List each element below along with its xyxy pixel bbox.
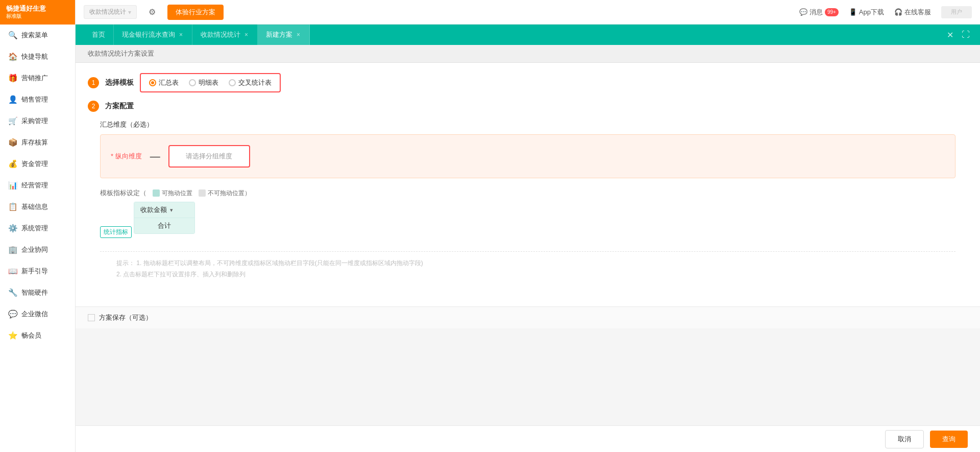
sidebar-logo: 畅捷通好生意 标准版 — [0, 0, 75, 25]
radio-cross-label: 交叉统计表 — [238, 78, 272, 87]
tip-line2: 2. 点击标题栏下拉可设置排序、插入列和删除列 — [100, 269, 955, 280]
sidebar-item-label: 库存核算 — [21, 138, 48, 147]
legend-draggable-label: 可拖动位置 — [162, 189, 192, 198]
sales-icon: 👤 — [8, 95, 17, 104]
sidebar-item-marketing[interactable]: 🎁 营销推广 — [0, 67, 75, 89]
sidebar-item-label: 资金管理 — [21, 159, 48, 169]
app-download-btn[interactable]: 📱 App下载 — [849, 8, 884, 17]
tab-bar: 首页 现金银行流水查询 × 收款情况统计 × 新建方案 × ✕ ⛶ — [76, 25, 980, 45]
radio-summary[interactable]: 汇总表 — [149, 78, 179, 87]
sidebar-item-sales[interactable]: 👤 销售管理 — [0, 89, 75, 110]
tab-home[interactable]: 首页 — [84, 25, 114, 45]
dimension-row: * 纵向维度 — 请选择分组维度 — [111, 145, 945, 168]
industry-btn[interactable]: 体验行业方案 — [167, 5, 224, 20]
stats-column-label: 收款金额 — [140, 205, 167, 215]
cancel-button[interactable]: 取消 — [885, 430, 924, 448]
sidebar-item-search-menu[interactable]: 🔍 搜索菜单 — [0, 25, 75, 46]
sidebar-item-quick-nav[interactable]: 🏠 快捷导航 — [0, 46, 75, 67]
tab-new-plan-label: 新建方案 — [266, 30, 292, 39]
sidebar-item-label: 搜索菜单 — [21, 31, 48, 40]
radio-cross[interactable]: 交叉统计表 — [229, 78, 272, 87]
tab-collection-stats-close-icon[interactable]: × — [243, 31, 249, 38]
sidebar-logo-name: 畅捷通好生意 — [6, 5, 46, 13]
dimension-selector[interactable]: 请选择分组维度 — [168, 145, 250, 168]
content-inner: 收款情况统计方案设置 1 选择模板 汇总表 明细表 — [76, 45, 980, 359]
save-checkbox[interactable] — [88, 314, 95, 321]
message-label: 消息 — [810, 8, 823, 17]
tab-bank-flow[interactable]: 现金银行流水查询 × — [114, 25, 192, 45]
tab-new-plan[interactable]: 新建方案 × — [258, 25, 310, 45]
quick-nav-icon: 🏠 — [8, 52, 17, 61]
stats-table-header[interactable]: 收款金额 ▾ — [134, 202, 194, 218]
indicators-section: 模板指标设定（ 可拖动位置 不可拖动位置） 统计指标 — [100, 188, 955, 241]
message-btn[interactable]: 💬 消息 99+ — [799, 8, 839, 17]
sidebar-item-label: 畅会员 — [21, 331, 41, 340]
sidebar-item-member[interactable]: ⭐ 畅会员 — [0, 325, 75, 346]
indicators-header: 模板指标设定（ 可拖动位置 不可拖动位置） — [100, 188, 955, 198]
tab-new-plan-close-icon[interactable]: × — [296, 31, 301, 38]
tips-section: 提示： 1. 拖动标题栏可以调整布局，不可跨维度或指标区域拖动栏目字段(只能在同… — [100, 251, 955, 286]
header-right: 💬 消息 99+ 📱 App下载 🎧 在线客服 用户 — [799, 6, 972, 18]
breadcrumb: 收款情况统计 ▾ — [84, 5, 137, 19]
inventory-icon: 📦 — [8, 138, 17, 147]
user-avatar[interactable]: 用户 — [941, 6, 972, 18]
tab-collection-stats-label: 收款情况统计 — [201, 30, 240, 39]
sidebar-item-basic-info[interactable]: 📋 基础信息 — [0, 196, 75, 218]
stats-table-cell: 合计 — [134, 218, 194, 233]
marketing-icon: 🎁 — [8, 74, 17, 83]
sidebar-item-finance[interactable]: 💰 资金管理 — [0, 153, 75, 175]
sidebar-item-label: 基础信息 — [21, 202, 48, 211]
sidebar-item-wechat[interactable]: 💬 企业微信 — [0, 303, 75, 325]
settings-icon[interactable]: ⚙ — [145, 5, 159, 19]
online-service-btn[interactable]: 🎧 在线客服 — [894, 8, 931, 17]
sidebar-item-label: 销售管理 — [21, 95, 48, 104]
sidebar-item-guide[interactable]: 📖 新手引导 — [0, 260, 75, 282]
sidebar-item-inventory[interactable]: 📦 库存核算 — [0, 132, 75, 153]
sidebar-item-label: 经营管理 — [21, 181, 48, 190]
tab-bank-flow-close-icon[interactable]: × — [178, 31, 184, 38]
search-menu-icon: 🔍 — [8, 31, 17, 40]
stats-table: 收款金额 ▾ 合计 — [134, 202, 195, 234]
sidebar-item-label: 企业协同 — [21, 245, 48, 254]
operations-icon: 📊 — [8, 181, 17, 190]
radio-cross-dot — [229, 79, 236, 86]
sidebar-item-purchase[interactable]: 🛒 采购管理 — [0, 110, 75, 132]
tab-collection-stats[interactable]: 收款情况统计 × — [192, 25, 258, 45]
page-title: 收款情况统计方案设置 — [88, 50, 154, 57]
radio-summary-label: 汇总表 — [159, 78, 179, 87]
enterprise-icon: 🏢 — [8, 245, 17, 254]
basic-info-icon: 📋 — [8, 202, 17, 211]
maximize-icon[interactable]: ⛶ — [960, 28, 972, 42]
page-title-bar: 收款情况统计方案设置 — [76, 45, 980, 63]
radio-detail[interactable]: 明细表 — [189, 78, 218, 87]
dimension-arrow-icon: — — [150, 151, 160, 162]
content-area: 收款情况统计方案设置 1 选择模板 汇总表 明细表 — [76, 45, 980, 452]
sidebar-item-label: 快捷导航 — [21, 52, 48, 61]
legend-fixed-label: 不可拖动位置） — [208, 189, 251, 198]
query-button[interactable]: 查询 — [930, 431, 968, 448]
config-section: 汇总维度（必选） * 纵向维度 — 请选择分组维度 模板指标设定（ — [88, 120, 968, 296]
sidebar-item-label: 企业微信 — [21, 310, 48, 319]
wechat-icon: 💬 — [8, 310, 17, 319]
message-badge: 99+ — [825, 8, 839, 16]
sidebar-item-hardware[interactable]: 🔧 智能硬件 — [0, 282, 75, 303]
guide-icon: 📖 — [8, 267, 17, 276]
step1-num: 1 — [88, 77, 99, 88]
system-icon: ⚙️ — [8, 224, 17, 233]
hardware-icon: 🔧 — [8, 288, 17, 297]
purchase-icon: 🛒 — [8, 116, 17, 126]
sidebar-item-operations[interactable]: 📊 经营管理 — [0, 175, 75, 196]
sidebar-item-label: 采购管理 — [21, 116, 48, 126]
indicators-title-text: 模板指标设定（ — [100, 188, 146, 198]
dimension-section-title: 汇总维度（必选） — [100, 120, 955, 129]
message-icon: 💬 — [799, 8, 807, 16]
sidebar-item-label: 系统管理 — [21, 224, 48, 233]
radio-detail-dot — [189, 79, 196, 86]
tip-line1: 提示： 1. 拖动标题栏可以调整布局，不可跨维度或指标区域拖动栏目字段(只能在同… — [100, 258, 955, 269]
sidebar-item-enterprise[interactable]: 🏢 企业协同 — [0, 239, 75, 260]
service-icon: 🎧 — [894, 8, 902, 16]
breadcrumb-text: 收款情况统计 — [89, 8, 126, 16]
sidebar-item-system[interactable]: ⚙️ 系统管理 — [0, 218, 75, 239]
template-selector: 汇总表 明细表 交叉统计表 — [140, 73, 281, 92]
close-window-icon[interactable]: ✕ — [945, 28, 955, 42]
